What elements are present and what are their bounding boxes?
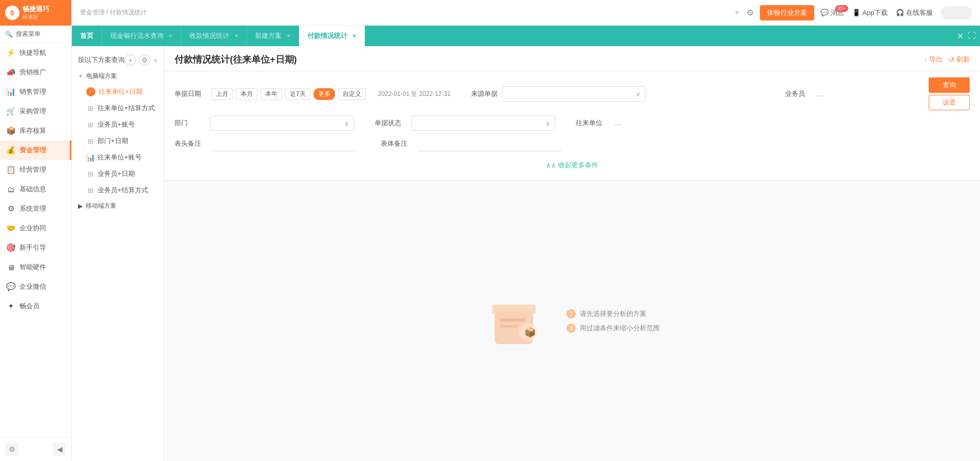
gear-icon: ⚙ (142, 56, 148, 64)
sidebar-item-system[interactable]: ⚙ 系统管理 (0, 199, 71, 218)
tab-bank-close-icon[interactable]: × (169, 32, 172, 39)
phone-icon: 📱 (852, 9, 860, 16)
settings-button[interactable]: 设置 (929, 95, 970, 110)
basic-icon: 🗂 (6, 185, 15, 194)
wechat-icon: 💬 (6, 282, 15, 291)
sidebar-item-enterprise[interactable]: 🤝 企业协同 (0, 218, 71, 238)
dept-select[interactable]: ∨ (210, 115, 354, 131)
empty-illustration: 📦 (484, 295, 546, 347)
empty-hint-2: 2 用过滤条件来缩小分析范围 (566, 324, 660, 333)
online-service-button[interactable]: 🎧 在线客服 (896, 8, 933, 17)
collapse-conditions-button[interactable]: ∧∧ 收起更多条件 (542, 156, 602, 174)
add-scheme-button[interactable]: + (125, 54, 136, 66)
scheme-item-unit-date[interactable]: ✓ 往来单位+日期 (72, 84, 164, 100)
topbar-right: 💬 消息 99+ 📱 App下载 🎧 在线客服 (820, 6, 972, 19)
partner-dots[interactable]: ... (615, 118, 621, 128)
empty-hint-1: 1 请先选择要分析的方案 (566, 309, 660, 318)
pc-scheme-group-header[interactable]: ▼ 电脑端方案 (72, 69, 164, 84)
system-icon: ⚙ (6, 204, 15, 213)
table-scheme-icon3: ⊞ (86, 137, 94, 145)
sidebar-item-marketing[interactable]: 📣 营销推广 (0, 63, 71, 82)
messages-button[interactable]: 💬 消息 99+ (820, 8, 844, 17)
date-btn-last-7-days[interactable]: 近7天 (285, 88, 310, 100)
sidebar-header: 6 畅捷通巧 标准版 (0, 0, 71, 26)
scheme-collapse-button[interactable]: « (153, 56, 158, 64)
tab-receipts[interactable]: 收款情况统计 × (181, 26, 247, 46)
close-all-tabs-icon[interactable]: ✕ (957, 31, 964, 41)
source-select-arrow-icon: ∨ (636, 90, 641, 98)
scheme-item-staff-date[interactable]: ⊞ 业务员+日期 (72, 166, 164, 182)
trial-button[interactable]: 体验行业方案 (760, 5, 814, 21)
date-btn-this-year[interactable]: 本年 (261, 88, 282, 100)
note-input[interactable] (211, 136, 355, 151)
doc-status-label: 单据状态 (375, 118, 401, 128)
sidebar-item-guide[interactable]: 🎯 新手引导 (0, 238, 71, 257)
body-note-input[interactable] (418, 136, 561, 151)
tab-bank[interactable]: 现金银行流水查询 × (102, 26, 181, 46)
user-avatar[interactable] (941, 6, 972, 19)
dept-select-arrow-icon: ∨ (344, 119, 349, 127)
sidebar-collapse-button[interactable]: ◀ (53, 443, 66, 456)
export-button[interactable]: ↑ 导出 (924, 55, 943, 64)
sidebar-item-basic[interactable]: 🗂 基础信息 (0, 179, 71, 199)
source-select[interactable]: ∨ (502, 86, 645, 102)
app-download-button[interactable]: 📱 App下载 (852, 8, 888, 17)
date-btn-last-month[interactable]: 上月 (211, 88, 233, 100)
staff-label: 业务员 (785, 89, 811, 98)
scheme-item-unit-account[interactable]: 📊 往来单位+账号 (72, 149, 164, 166)
tab-payments-close-icon[interactable]: × (352, 32, 356, 39)
filter-row-2: 部门 ∨ 单据状态 ∨ 往来单位 ... (174, 115, 970, 131)
sidebar-item-operation[interactable]: 📋 经营管理 (0, 160, 71, 179)
sidebar-item-quick-nav[interactable]: ⚡ 快捷导航 (0, 43, 71, 63)
date-range-display: 2022-01-01 至 2022-12-31 (378, 90, 450, 98)
scheme-item-staff-account[interactable]: ⊞ 业务员+账号 (72, 116, 164, 133)
operation-icon: 📋 (6, 165, 15, 174)
hardware-icon: 🖥 (6, 263, 15, 272)
refresh-button[interactable]: ↺ 刷新 (949, 55, 970, 64)
tab-payments[interactable]: 付款情况统计 × (299, 26, 365, 46)
refresh-icon: ↺ (949, 56, 954, 64)
tab-new-scheme-close-icon[interactable]: × (287, 32, 290, 39)
date-options: 上月 本月 本年 近7天 更多 自定义 (211, 88, 366, 100)
query-button[interactable]: 查询 (929, 77, 970, 93)
quick-nav-icon: ⚡ (6, 48, 15, 57)
scheme-item-staff-settle[interactable]: ⊞ 业务员+结算方式 (72, 182, 164, 198)
tab-receipts-close-icon[interactable]: × (234, 32, 238, 39)
scheme-item-dept-date[interactable]: ⊞ 部门+日期 (72, 133, 164, 149)
page-title: 付款情况统计(往来单位+日期) (174, 53, 297, 66)
scheme-item-unit-settle[interactable]: ⊞ 往来单位+结算方式 (72, 100, 164, 116)
filter-actions: 查询 设置 (929, 77, 970, 110)
filter-row-3: 表头备注 表体备注 (174, 136, 970, 151)
tab-home[interactable]: 首页 (72, 26, 102, 46)
sidebar-item-sales[interactable]: 📊 销售管理 (0, 82, 71, 102)
maximize-icon[interactable]: ⛶ (968, 31, 976, 41)
date-btn-more[interactable]: 更多 (313, 88, 335, 100)
sales-icon: 📊 (6, 87, 15, 96)
finance-icon: 💰 (6, 146, 15, 155)
scheme-settings-button[interactable]: ⚙ (139, 54, 150, 66)
sidebar-item-purchase[interactable]: 🛒 采购管理 (0, 102, 71, 121)
chart-scheme-icon: 📊 (86, 153, 94, 162)
sidebar-item-member[interactable]: ✦ 畅会员 (0, 296, 71, 316)
pc-group-arrow-icon: ▼ (78, 73, 83, 79)
mobile-scheme-group-header[interactable]: ▶ 移动端方案 (72, 198, 164, 213)
doc-status-select-arrow-icon: ∨ (545, 119, 551, 127)
doc-status-select[interactable]: ∨ (411, 115, 555, 131)
footer-settings-button[interactable]: ⚙ (5, 443, 18, 456)
inventory-icon: 📦 (6, 126, 15, 135)
right-content: 付款情况统计(往来单位+日期) ↑ 导出 ↺ 刷新 单据日期 (164, 46, 980, 461)
chevron-up-icon: ∧∧ (546, 162, 556, 169)
staff-dots[interactable]: ... (817, 89, 824, 98)
topbar-gear-icon[interactable]: ⚙ (747, 8, 754, 17)
date-btn-custom[interactable]: 自定义 (338, 88, 366, 100)
body-note-label: 表体备注 (381, 139, 407, 148)
sidebar-item-hardware[interactable]: 🖥 智能硬件 (0, 257, 71, 277)
date-btn-this-month[interactable]: 本月 (236, 88, 258, 100)
sidebar-item-finance[interactable]: 💰 资金管理 (0, 141, 71, 160)
sidebar-item-wechat[interactable]: 💬 企业微信 (0, 277, 71, 296)
tab-new-scheme[interactable]: 新建方案 × (247, 26, 299, 46)
sidebar-item-inventory[interactable]: 📦 库存核算 (0, 121, 71, 141)
search-menu[interactable]: 🔍 搜索菜单 (0, 26, 71, 43)
breadcrumb: 资金管理 / 付款情况统计 (80, 8, 728, 17)
dropdown-arrow-icon[interactable]: ▼ (734, 9, 740, 16)
